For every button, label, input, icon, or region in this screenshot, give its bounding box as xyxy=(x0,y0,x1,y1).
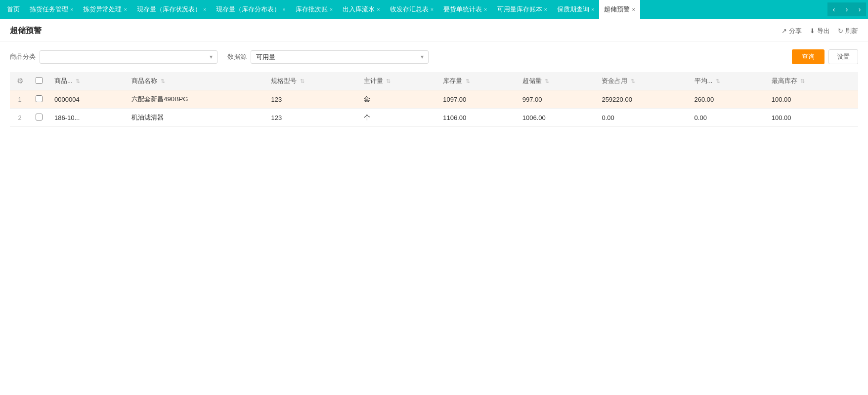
nav-more-button[interactable]: › xyxy=(853,2,866,16)
col-header-gear: ⚙ xyxy=(10,72,30,90)
table-header-row: ⚙ 商品... ⇅ 商品名称 ⇅ 规格型号 ⇅ xyxy=(10,72,858,90)
close-icon[interactable]: × xyxy=(203,6,206,12)
share-icon: ↗ xyxy=(781,27,787,35)
cell-product-name: 机油滤清器 xyxy=(126,109,265,127)
cell-product-name: 六配套新昌490BPG xyxy=(126,90,265,109)
sort-icon: ⇅ xyxy=(545,78,549,84)
nav-tab-inout-flow[interactable]: 出入库流水 × xyxy=(338,0,385,19)
export-button[interactable]: ⬇ 导出 xyxy=(810,27,830,36)
nav-tab-collect-summary[interactable]: 收发存汇总表 × xyxy=(385,0,438,19)
datasource-label: 数据源 xyxy=(227,52,247,61)
cell-inventory: 1097.00 xyxy=(437,90,517,109)
cell-unit: 个 xyxy=(358,109,437,127)
cell-over-storage: 997.00 xyxy=(517,90,596,109)
nav-tab-inventory-dist[interactable]: 现存量（库存分布表） × xyxy=(211,0,290,19)
cell-max-stock: 100.00 xyxy=(766,90,858,109)
nav-tab-inventory-status[interactable]: 现存量（库存状况表） × xyxy=(132,0,211,19)
close-icon[interactable]: × xyxy=(484,6,487,12)
datasource-select[interactable]: 可用量 xyxy=(251,50,429,64)
table-container: ⚙ 商品... ⇅ 商品名称 ⇅ 规格型号 ⇅ xyxy=(0,72,868,127)
col-header-inventory[interactable]: 库存量 ⇅ xyxy=(437,72,517,90)
nav-tab-available-ledger[interactable]: 可用量库存账本 × xyxy=(492,0,552,19)
col-header-over-storage[interactable]: 超储量 ⇅ xyxy=(517,72,596,90)
export-icon: ⬇ xyxy=(810,27,815,35)
select-all-checkbox[interactable] xyxy=(36,77,43,84)
close-icon[interactable]: × xyxy=(70,6,73,12)
refresh-icon: ↻ xyxy=(838,27,843,35)
refresh-button[interactable]: ↻ 刷新 xyxy=(838,27,858,36)
gear-icon[interactable]: ⚙ xyxy=(17,77,23,85)
sort-icon: ⇅ xyxy=(300,78,304,84)
close-icon[interactable]: × xyxy=(632,6,635,12)
nav-tab-abnormal[interactable]: 拣货异常处理 × xyxy=(78,0,131,19)
datasource-select-wrapper: 可用量 ▾ xyxy=(251,50,429,64)
cell-capital-usage: 259220.00 xyxy=(596,90,688,109)
sort-icon: ⇅ xyxy=(466,78,470,84)
col-header-max-stock[interactable]: 最高库存 ⇅ xyxy=(766,72,858,90)
filter-bar: 商品分类 ▾ 数据源 可用量 ▾ 查询 设置 xyxy=(0,41,868,72)
row-checkbox-cell xyxy=(30,109,48,127)
sort-icon: ⇅ xyxy=(716,78,720,84)
cell-spec: 123 xyxy=(265,109,357,127)
share-button[interactable]: ↗ 分享 xyxy=(781,27,802,36)
col-header-product-code[interactable]: 商品... ⇅ xyxy=(48,72,126,90)
page-content: 超储预警 ↗ 分享 ⬇ 导出 ↻ 刷新 商品分类 ▾ xyxy=(0,19,868,395)
close-icon[interactable]: × xyxy=(330,6,333,12)
cell-unit: 套 xyxy=(358,90,437,109)
table-row: 2 186-10... 机油滤清器 123 个 1106.00 1006.00 … xyxy=(10,109,858,127)
query-button[interactable]: 查询 xyxy=(792,49,825,64)
category-filter-group: 商品分类 ▾ xyxy=(10,50,217,64)
row-checkbox-cell xyxy=(30,90,48,109)
col-header-product-name[interactable]: 商品名称 ⇅ xyxy=(126,72,265,90)
col-header-checkbox xyxy=(30,72,48,90)
nav-arrows: ‹ › › xyxy=(827,2,866,16)
cell-max-stock: 100.00 xyxy=(766,109,858,127)
category-label: 商品分类 xyxy=(10,52,36,61)
header-actions: ↗ 分享 ⬇ 导出 ↻ 刷新 xyxy=(781,27,858,36)
nav-tab-over-storage[interactable]: 超储预警 × xyxy=(599,0,640,19)
col-header-avg[interactable]: 平均... ⇅ xyxy=(689,72,766,90)
data-table: ⚙ 商品... ⇅ 商品名称 ⇅ 规格型号 ⇅ xyxy=(10,72,858,127)
cell-capital-usage: 0.00 xyxy=(596,109,688,127)
cell-spec: 123 xyxy=(265,90,357,109)
datasource-filter-group: 数据源 可用量 ▾ xyxy=(227,50,429,64)
page-header: 超储预警 ↗ 分享 ⬇ 导出 ↻ 刷新 xyxy=(0,19,868,41)
cell-product-code: 0000004 xyxy=(48,90,126,109)
col-header-spec[interactable]: 规格型号 ⇅ xyxy=(265,72,357,90)
nav-tab-quality-period[interactable]: 保质期查询 × xyxy=(552,0,599,19)
category-select[interactable] xyxy=(40,50,217,64)
sort-icon: ⇅ xyxy=(800,78,805,84)
col-header-unit[interactable]: 主计量 ⇅ xyxy=(358,72,437,90)
cell-over-storage: 1006.00 xyxy=(517,109,596,127)
settings-button[interactable]: 设置 xyxy=(828,49,858,64)
table-row: 1 0000004 六配套新昌490BPG 123 套 1097.00 997.… xyxy=(10,90,858,109)
sort-icon: ⇅ xyxy=(76,78,80,84)
close-icon[interactable]: × xyxy=(544,6,547,12)
nav-tab-home[interactable]: 首页 xyxy=(2,0,25,19)
nav-tab-task-mgmt[interactable]: 拣货任务管理 × xyxy=(25,0,78,19)
close-icon[interactable]: × xyxy=(377,6,380,12)
nav-tab-order-stats[interactable]: 要货单统计表 × xyxy=(438,0,492,19)
nav-next-button[interactable]: › xyxy=(840,2,853,16)
sort-icon: ⇅ xyxy=(386,78,391,84)
close-icon[interactable]: × xyxy=(124,6,127,12)
col-header-capital-usage[interactable]: 资金占用 ⇅ xyxy=(596,72,688,90)
close-icon[interactable]: × xyxy=(431,6,434,12)
cell-inventory: 1106.00 xyxy=(437,109,517,127)
close-icon[interactable]: × xyxy=(591,6,594,12)
nav-prev-button[interactable]: ‹ xyxy=(827,2,840,16)
nav-tab-batch-account[interactable]: 库存批次账 × xyxy=(291,0,338,19)
sort-icon: ⇅ xyxy=(161,78,165,84)
row-checkbox[interactable] xyxy=(36,114,43,120)
sort-icon: ⇅ xyxy=(631,78,635,84)
top-nav: 首页 拣货任务管理 × 拣货异常处理 × 现存量（库存状况表） × 现存量（库存… xyxy=(0,0,868,19)
category-select-wrapper: ▾ xyxy=(40,50,217,64)
cell-avg: 260.00 xyxy=(689,90,766,109)
cell-avg: 0.00 xyxy=(689,109,766,127)
row-index: 1 xyxy=(10,90,30,109)
cell-product-code: 186-10... xyxy=(48,109,126,127)
row-checkbox[interactable] xyxy=(36,95,43,102)
row-index: 2 xyxy=(10,109,30,127)
table-body: 1 0000004 六配套新昌490BPG 123 套 1097.00 997.… xyxy=(10,90,858,127)
close-icon[interactable]: × xyxy=(282,6,285,12)
